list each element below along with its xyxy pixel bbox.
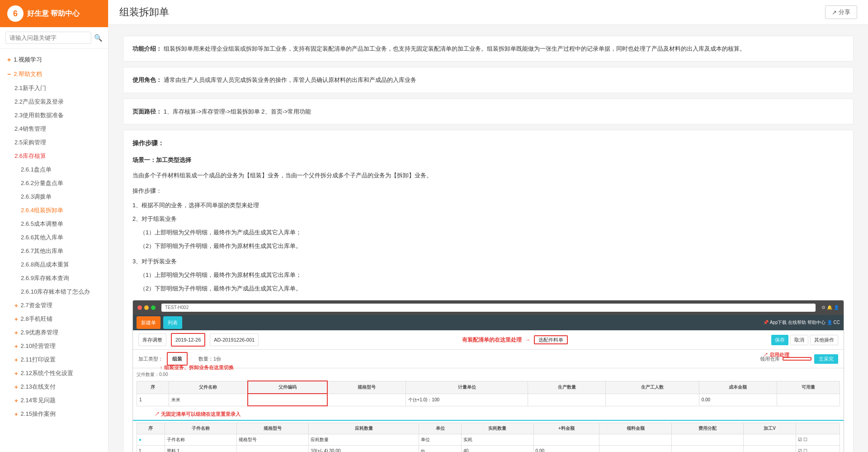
sidebar-item-stock265[interactable]: 2.6.5成本调整单: [0, 217, 108, 231]
plus-icon-faq: +: [14, 397, 18, 404]
page-title: 组装拆卸单: [119, 5, 169, 19]
steps-box: 操作步骤： 场景一：加工类型选择 当由多个子件材料组装成一个成品的业务为【组装】…: [123, 130, 854, 452]
toolbar-icons: ⚙ 🔔 👤: [821, 303, 839, 312]
nav-right-actions: 📌 App下载 在线帮助 帮助中心 👤 CC: [763, 318, 840, 327]
nav-btn-list[interactable]: 列表: [163, 316, 182, 329]
plus-icon-print: +: [14, 357, 18, 363]
sidebar-header: 6 好生意 帮助中心: [0, 0, 108, 27]
role-text: 通常由生产人员或库管人员完成拆装业务的操作，库管人员确认原材料的出库和产成品的入…: [164, 76, 416, 83]
nav-tree: + 1.视频学习 − 2.帮助文档 2.1新手入门 2.2产品安装及登录 2.3…: [0, 49, 108, 452]
step3-2: （2）下部明细为子件明细，最终作为产成品生成其它入库单。: [132, 283, 844, 295]
plus-icon-finance: +: [14, 302, 18, 309]
share-button[interactable]: ↗ 分享: [825, 5, 857, 19]
min-btn-icon: [144, 305, 149, 310]
sidebar-item-stock269[interactable]: 2.6.9库存账本查询: [0, 271, 108, 285]
minus-icon: −: [7, 71, 11, 78]
sidebar-item-video[interactable]: + 1.视频学习: [0, 52, 108, 67]
annotation-config: 有装配清单的在这里处理 → 选配件料单: [263, 334, 767, 345]
sidebar-item-stock266[interactable]: 2.6.6其他入库单: [0, 231, 108, 244]
sidebar-item-coupon[interactable]: + 2.9优惠券管理: [0, 326, 108, 339]
sidebar-item-data[interactable]: 2.3使用前数据准备: [0, 109, 108, 122]
plus-icon-mobile: +: [14, 316, 18, 323]
role-box: 使用角色： 通常由生产人员或库管人员完成拆装业务的操作，库管人员确认原材料的出库…: [123, 67, 854, 93]
sidebar-item-finance[interactable]: + 2.7资金管理: [0, 299, 108, 312]
path-box: 页面路径： 1、库存核算->库存管理->组装拆卸单 2、首页->常用功能: [123, 99, 854, 124]
sidebar-item-print[interactable]: + 2.11打印设置: [0, 353, 108, 366]
role-label: 使用角色：: [132, 76, 162, 83]
steps-intro: 操作步骤：: [132, 185, 844, 197]
sidebar-item-case[interactable]: + 2.15操作案例: [0, 407, 108, 421]
plus-icon-case: +: [14, 411, 18, 418]
topbar: 组装拆卸单 ↗ 分享: [108, 0, 868, 25]
sidebar-item-stock261[interactable]: 2.6.1盘点单: [0, 163, 108, 176]
plus-icon-coupon: +: [14, 329, 18, 336]
scenario-desc: 当由多个子件材料组装成一个成品的业务为【组装】业务，当由一个父件拆分成多个子产品…: [132, 170, 844, 181]
step2: 2、对于组装业务: [132, 213, 844, 225]
plus-icon: +: [7, 56, 11, 63]
sidebar-item-stock268[interactable]: 2.6.8商品成本重算: [0, 258, 108, 271]
toolbar-no[interactable]: AD-20191226-001: [210, 333, 259, 346]
child-table: 序 子件名称 规格型号 应耗数量 单位 实耗数量 +料金额 领料金额 费用分配: [137, 423, 840, 452]
cancel-btn[interactable]: 取消: [790, 335, 808, 345]
content-area: 功能介绍： 组装拆卸单用来处理企业组装或拆卸等加工业务，支持有固定装配清单的产品…: [108, 25, 868, 452]
plus-icon-custom: +: [14, 370, 18, 377]
sidebar-item-install[interactable]: 2.2产品安装及登录: [0, 95, 108, 109]
search-input[interactable]: [5, 32, 91, 44]
url-bar: TEST-H002: [161, 304, 816, 312]
sidebar-item-stock263[interactable]: 2.6.3调拨单: [0, 190, 108, 204]
toolbar-date[interactable]: 2019-12-26: [171, 333, 205, 347]
step2-1: （1）上部明细为父件明细，最终作为产成品生成其它入库单；: [132, 227, 844, 238]
toolbar-actions: 保存 取消 其他操作: [771, 335, 838, 345]
scenario-title: 场景一：加工类型选择: [132, 154, 844, 166]
enable-area: 领用仓库 立采完 ↗ 启用处理: [760, 354, 838, 364]
sidebar-item-ops[interactable]: + 2.10经营管理: [0, 339, 108, 353]
toolbar-type[interactable]: 库存调整: [138, 333, 166, 346]
sidebar-item-custom[interactable]: + 2.12系统个性化设置: [0, 366, 108, 380]
steps-title: 操作步骤：: [132, 138, 844, 149]
sidebar-item-pay[interactable]: + 2.13在线支付: [0, 380, 108, 394]
search-button[interactable]: 🔍: [94, 34, 103, 42]
nav-btn-new[interactable]: 新建单: [137, 316, 160, 329]
sidebar-item-stock2610[interactable]: 2.6.10库存账本错了怎么办: [0, 285, 108, 299]
step1: 1、根据不同的业务，选择不同单据的类型来处理: [132, 200, 844, 211]
path-label: 页面路径：: [132, 108, 162, 115]
plus-icon-pay: +: [14, 384, 18, 390]
sidebar-item-docs[interactable]: − 2.帮助文档: [0, 67, 108, 81]
sidebar-item-stock267[interactable]: 2.6.7其他出库单: [0, 244, 108, 258]
step3: 3、对于拆装业务: [132, 256, 844, 267]
sidebar: 6 好生意 帮助中心 🔍 + 1.视频学习 − 2.帮助文档 2.1新手入门 2…: [0, 0, 108, 452]
annotation-switch: ↑ 组装业务、拆卸业务在这里切换: [160, 362, 234, 372]
sidebar-item-purchase[interactable]: 2.5采购管理: [0, 136, 108, 149]
intro-text: 组装拆卸单用来处理企业组装或拆卸等加工业务，支持有固定装配清单的产品加工业务，也…: [164, 45, 745, 52]
plus-icon-ops: +: [14, 343, 18, 350]
search-box: 🔍: [0, 27, 108, 49]
parent-table: 序 父件名称 父件编码 规格型号 计量单位 生产数量 生产工人数 成本金额 可用…: [137, 381, 840, 406]
sidebar-item-sales[interactable]: 2.4销售管理: [0, 122, 108, 136]
intro-box: 功能介绍： 组装拆卸单用来处理企业组装或拆卸等加工业务，支持有固定装配清单的产品…: [123, 36, 854, 62]
path-text: 1、库存核算->库存管理->组装拆卸单 2、首页->常用功能: [164, 108, 311, 115]
close-btn-icon: [137, 305, 142, 310]
more-btn[interactable]: 其他操作: [810, 335, 838, 345]
share-icon: ↗: [832, 9, 837, 16]
step3-1: （1）上部明细为父件明细，最终作为原材料生成其它出库单；: [132, 269, 844, 281]
sidebar-item-new[interactable]: 2.1新手入门: [0, 81, 108, 95]
sidebar-item-faq[interactable]: + 2.14常见问题: [0, 394, 108, 407]
step2-2: （2）下部明细为子件明细，最终作为原材料生成其它出库单。: [132, 240, 844, 252]
confirm-btn[interactable]: 立采完: [814, 354, 838, 364]
max-btn-icon: [151, 305, 156, 310]
type-label: 加工类型：: [138, 354, 163, 364]
annotation-manual: ↗ 无固定清单可以组绕在这里置里录入: [155, 409, 840, 419]
main-area: 组装拆卸单 ↗ 分享 功能介绍： 组装拆卸单用来处理企业组装或拆卸等加工业务，支…: [108, 0, 868, 452]
sidebar-item-stock[interactable]: 2.6库存核算: [0, 149, 108, 163]
app-title: 好生意 帮助中心: [27, 9, 80, 19]
sidebar-item-stock264[interactable]: 2.6.4组装拆卸单: [0, 204, 108, 217]
config-btn[interactable]: 选配件料单: [534, 335, 568, 344]
upper-table-label: 父件数量：0.00: [137, 370, 840, 379]
screenshot-container: TEST-H002 ⚙ 🔔 👤 新建单 列表 📌 App下载 在线: [132, 300, 844, 452]
sidebar-item-stock262[interactable]: 2.6.2分量盘点单: [0, 176, 108, 190]
intro-label: 功能介绍：: [132, 45, 162, 52]
annotation-enable: ↗ 启用处理: [763, 350, 789, 360]
logo-icon: 6: [7, 5, 24, 22]
save-btn[interactable]: 保存: [771, 335, 788, 345]
sidebar-item-mobile[interactable]: + 2.8手机旺铺: [0, 312, 108, 326]
